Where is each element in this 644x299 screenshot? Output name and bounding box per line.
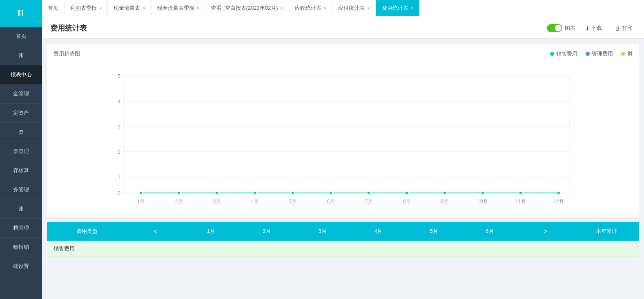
- tab-home[interactable]: 首页: [42, 0, 65, 16]
- svg-text:5月: 5月: [289, 199, 297, 204]
- legend-sales: 销售费用: [550, 50, 577, 58]
- sidebar-logo: fi: [0, 0, 42, 27]
- download-icon: ⬇: [585, 25, 590, 31]
- legend-dot-admin: [586, 52, 590, 56]
- print-button[interactable]: 🖨 打印: [612, 23, 636, 33]
- chart-toggle-text: 图表: [565, 24, 575, 32]
- table-next-button[interactable]: >: [541, 228, 550, 235]
- tab-close-cashflow[interactable]: ×: [143, 6, 145, 11]
- sidebar-item-business-mgmt[interactable]: 务管理: [0, 180, 42, 199]
- svg-text:11月: 11月: [515, 199, 526, 204]
- tab-blank-report[interactable]: 查看_空白报表(2023年02月) ×: [205, 0, 289, 16]
- main-content: 首页 利润表季报 × 现金流量表 × 现金流量表季报 × 查看_空白报表(202…: [42, 0, 644, 299]
- chart-toggle[interactable]: [547, 24, 562, 32]
- tab-cashflow[interactable]: 现金流量表 ×: [108, 0, 151, 16]
- svg-text:4: 4: [118, 99, 120, 104]
- th-type: 费用类型: [47, 228, 127, 235]
- svg-point-29: [253, 191, 256, 195]
- legend-label-admin: 管理费用: [592, 50, 613, 58]
- th-m3: 3月: [295, 228, 351, 235]
- tab-profit-quarterly[interactable]: 利润表季报 ×: [65, 0, 108, 16]
- sidebar-item-archive-mgmt[interactable]: 档管理: [0, 219, 42, 238]
- tab-close-cashflow-quarterly[interactable]: ×: [197, 6, 199, 11]
- th-m4: 4月: [350, 228, 406, 235]
- svg-text:0: 0: [118, 190, 120, 196]
- svg-point-36: [519, 191, 522, 195]
- sidebar-item-basic-settings[interactable]: 础设置: [0, 257, 42, 276]
- sidebar-item-fixed-assets[interactable]: 定资产: [0, 104, 42, 123]
- page-title: 费用统计表: [50, 23, 87, 33]
- legend-admin: 管理费用: [586, 50, 613, 58]
- table-header-row: 费用类型 < 1月 2月 3月 4月 5月: [47, 222, 639, 241]
- tab-close-profit-quarterly[interactable]: ×: [99, 6, 102, 11]
- th-m1: 1月: [183, 228, 239, 235]
- page-header: 费用统计表 图表 ⬇ 下载 🖨 打印: [42, 16, 644, 39]
- th-nav-next[interactable]: >: [518, 228, 574, 235]
- tab-close-payable[interactable]: ×: [367, 6, 370, 11]
- chart-legend: 销售费用 管理费用 财: [550, 50, 633, 58]
- tab-close-receivable[interactable]: ×: [324, 6, 326, 11]
- tab-close-blank-report[interactable]: ×: [281, 6, 283, 11]
- svg-point-27: [177, 191, 180, 195]
- svg-text:4月: 4月: [251, 199, 259, 204]
- download-button[interactable]: ⬇ 下载: [582, 23, 605, 33]
- th-m2: 2月: [239, 228, 295, 235]
- legend-label-finance: 财: [627, 50, 633, 58]
- svg-text:1月: 1月: [137, 199, 145, 204]
- legend-label-sales: 销售费用: [556, 50, 577, 58]
- tab-receivable[interactable]: 应收统计表 ×: [289, 0, 332, 16]
- chart-toggle-label: 图表: [547, 24, 575, 32]
- svg-text:12月: 12月: [553, 199, 564, 204]
- svg-text:6月: 6月: [327, 199, 335, 204]
- tab-close-expense-stats[interactable]: ×: [411, 6, 413, 11]
- tab-payable[interactable]: 应付统计表 ×: [332, 0, 376, 16]
- chart-header: 费用趋势图 销售费用 管理费用 财: [53, 50, 633, 58]
- table-prev-button[interactable]: <: [151, 228, 159, 235]
- sidebar-item-report-center[interactable]: 报表中心: [0, 65, 42, 84]
- svg-point-32: [367, 191, 370, 195]
- svg-text:5: 5: [118, 73, 120, 79]
- svg-text:3月: 3月: [213, 199, 221, 204]
- legend-dot-sales: [550, 52, 554, 56]
- svg-text:10月: 10月: [477, 199, 488, 204]
- svg-point-31: [329, 191, 332, 195]
- chart-container: 费用趋势图 销售费用 管理费用 财: [47, 44, 639, 217]
- th-m5: 5月: [406, 228, 462, 235]
- sidebar-item-ledger[interactable]: 账: [0, 199, 42, 219]
- sidebar-item-account[interactable]: 账: [0, 46, 42, 65]
- th-m6: 6月: [462, 228, 518, 235]
- sidebar: fi 首页 账 报表中心 金管理 定资产 资 票管理 存核算 务管理 账 档管理…: [0, 0, 42, 299]
- svg-text:2月: 2月: [175, 199, 183, 204]
- sidebar-item-payroll[interactable]: 资: [0, 123, 42, 142]
- sidebar-item-expense-report[interactable]: 畅报销: [0, 238, 42, 257]
- svg-point-37: [557, 191, 560, 195]
- svg-text:3: 3: [118, 124, 120, 130]
- tab-expense-stats[interactable]: 费用统计表 ×: [376, 0, 419, 16]
- print-icon: 🖨: [615, 25, 620, 31]
- svg-point-30: [291, 191, 294, 195]
- tab-bar: 首页 利润表季报 × 现金流量表 × 现金流量表季报 × 查看_空白报表(202…: [42, 0, 644, 16]
- svg-text:7月: 7月: [365, 199, 373, 204]
- legend-finance: 财: [621, 50, 633, 58]
- svg-point-35: [481, 191, 484, 195]
- page-content: 费用统计表 图表 ⬇ 下载 🖨 打印 费用趋势图: [42, 16, 644, 299]
- trend-chart: 5 4 3 2 1 0 1月: [53, 62, 633, 209]
- svg-text:8月: 8月: [403, 199, 411, 204]
- svg-point-26: [139, 191, 143, 195]
- sidebar-item-invoice-mgmt[interactable]: 票管理: [0, 142, 42, 161]
- svg-point-28: [215, 191, 218, 195]
- sidebar-item-fund-mgmt[interactable]: 金管理: [0, 84, 42, 104]
- chart-svg-wrapper: 5 4 3 2 1 0 1月: [53, 62, 633, 210]
- header-actions: 图表 ⬇ 下载 🖨 打印: [547, 23, 636, 33]
- th-nav-prev[interactable]: <: [127, 228, 183, 235]
- svg-point-33: [405, 191, 408, 195]
- svg-text:1: 1: [118, 175, 120, 180]
- sidebar-item-inventory[interactable]: 存核算: [0, 161, 42, 180]
- chart-title: 费用趋势图: [53, 50, 80, 58]
- th-ytd: 本年累计: [573, 228, 639, 235]
- table-row: 销售费用: [47, 241, 639, 257]
- data-table-container: 费用类型 < 1月 2月 3月 4月 5月: [47, 222, 639, 257]
- svg-point-34: [443, 191, 446, 195]
- tab-cashflow-quarterly[interactable]: 现金流量表季报 ×: [152, 0, 205, 16]
- sidebar-item-home[interactable]: 首页: [0, 27, 42, 46]
